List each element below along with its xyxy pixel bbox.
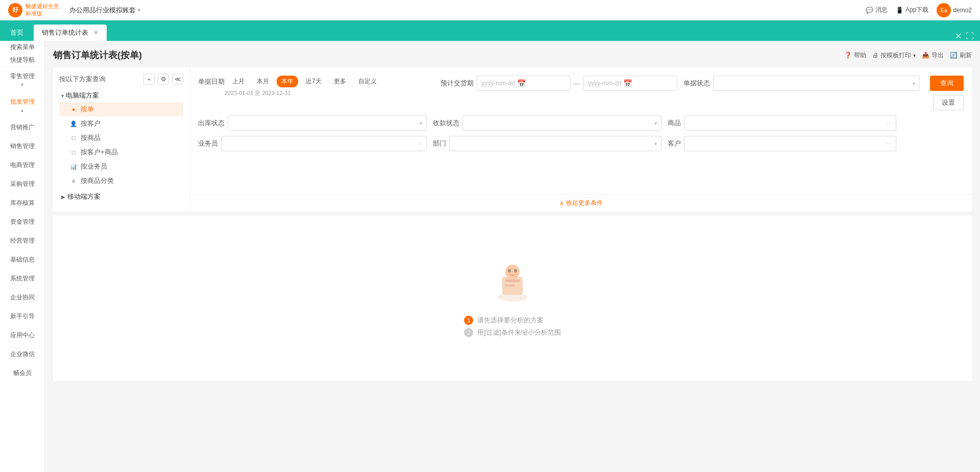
sidebar-item-newuser[interactable]: 新手引导 <box>0 307 44 326</box>
date-this-month-btn[interactable]: 本月 <box>252 76 274 87</box>
help-btn[interactable]: ❓ 帮助 <box>844 51 866 60</box>
sidebar-item-retail[interactable]: 零售管理 ▾ <box>0 67 44 92</box>
date-custom-btn[interactable]: 自定义 <box>354 76 381 87</box>
date-last-month-btn[interactable]: 上月 <box>228 76 249 87</box>
collapse-arrow-icon: ∧ <box>559 200 564 207</box>
svg-rect-2 <box>505 279 520 282</box>
tab-close-icon[interactable]: ✕ <box>93 29 99 36</box>
message-btn[interactable]: 💬 帮助 消息 <box>866 6 888 14</box>
svg-point-4 <box>505 265 520 279</box>
settings-scheme-btn[interactable]: ⚙ <box>158 74 169 85</box>
date-this-year-btn[interactable]: 本年 <box>277 76 298 87</box>
scheme-sidebar: 按以下方案查询 ＋ ⚙ ≪ ▾ 电脑端方案 <box>53 67 190 211</box>
user-area[interactable]: Ea demo2 <box>937 3 972 17</box>
product-dots: ··· <box>887 120 892 127</box>
wholesale-arrow-icon: ▴ <box>21 107 23 113</box>
content-area: 销售订单统计表(按单) ❓ 帮助 🖨 按模板打印 ▾ 📤 导出 <box>45 41 980 472</box>
date-more-btn[interactable]: 更多 <box>329 76 351 87</box>
sidebar-item-wechat[interactable]: 企业微信 <box>0 345 44 364</box>
sidebar-item-operations[interactable]: 经营管理 <box>0 231 44 250</box>
sidebar-item-enterprise[interactable]: 企业协同 <box>0 288 44 307</box>
sidebar-item-marketing[interactable]: 营销推广 <box>0 118 44 137</box>
scheme-item-by-customer[interactable]: 👤 按客户 <box>59 116 183 131</box>
tab-minimize-btn[interactable]: ✕ <box>955 31 962 41</box>
mobile-scheme-group: ▶ 移动端方案 <box>59 190 183 203</box>
delivery-status-arrow-icon: ▾ <box>420 121 422 126</box>
sidebar-item-purchase[interactable]: 采购管理 <box>0 175 44 194</box>
app-download-btn[interactable]: 📱 App下载 <box>896 6 928 14</box>
svg-point-6 <box>514 269 517 273</box>
template-print-label: 按模板打印 <box>880 51 911 60</box>
sidebar-item-member[interactable]: 畅会员 <box>0 364 44 383</box>
empty-illustration <box>487 256 538 308</box>
app-title-arrow[interactable]: ▾ <box>138 7 140 13</box>
hint-item-1: 1 请先选择要分析的方案 <box>464 316 560 325</box>
message-icon: 💬 <box>866 7 873 14</box>
scheme-item-by-category[interactable]: ≡ 按商品分类 <box>59 174 183 188</box>
message-label: 消息 <box>875 6 888 14</box>
by-category-label: 按商品分类 <box>81 176 114 185</box>
scheme-item-by-product[interactable]: □ 按商品 <box>59 131 183 145</box>
template-print-btn[interactable]: 🖨 按模板打印 ▾ <box>872 51 916 60</box>
delivery-date-start-input[interactable]: yyyy-mm-dd 📅 <box>477 76 571 91</box>
calendar-start-icon[interactable]: 📅 <box>517 79 526 87</box>
collapse-row[interactable]: ∧ 收起更多条件 <box>190 194 972 211</box>
empty-state: 1 请先选择要分析的方案 2 用[过滤]条件来缩小分析范围 <box>53 216 972 381</box>
by-product-icon: □ <box>69 134 78 142</box>
tab-home[interactable]: 首页 <box>2 25 32 41</box>
salesperson-label: 业务员 <box>198 139 218 148</box>
pc-group-label: 电脑端方案 <box>66 91 99 100</box>
pc-group-arrow: ▾ <box>61 93 64 99</box>
tab-maximize-btn[interactable]: ⛶ <box>966 32 974 41</box>
hint-num-1: 1 <box>464 316 473 325</box>
department-select[interactable]: ▾ <box>449 136 662 151</box>
settings-btn[interactable]: 设置 <box>933 95 964 110</box>
export-btn[interactable]: 📤 导出 <box>922 51 944 60</box>
mobile-group-header[interactable]: ▶ 移动端方案 <box>59 190 183 203</box>
sidebar-item-inventory[interactable]: 库存核算 <box>0 194 44 213</box>
tab-home-label: 首页 <box>10 28 23 37</box>
delivery-date-label: 预计交货期 <box>440 79 474 88</box>
app-download-icon: 📱 <box>896 7 903 14</box>
calendar-end-icon[interactable]: 📅 <box>623 79 632 87</box>
by-salesperson-icon: 📊 <box>69 162 78 171</box>
sidebar-quick-nav[interactable]: 快捷导航 <box>0 54 44 67</box>
sidebar-item-basic[interactable]: 基础信息 <box>0 250 44 269</box>
sidebar-item-sales[interactable]: 销售管理 <box>0 137 44 156</box>
payment-status-group: 收款状态 ▾ <box>433 115 662 131</box>
scheme-item-by-cust-prod[interactable]: □ 按客户+商品 <box>59 145 183 159</box>
avatar: Ea <box>937 3 951 17</box>
retail-arrow-icon: ▾ <box>21 82 23 87</box>
sidebar-item-finance[interactable]: 资金管理 <box>0 213 44 231</box>
date-label-row: 单据日期 上月 本月 本年 近7天 更多 自定义 <box>198 76 434 87</box>
refresh-btn[interactable]: 🔄 刷新 <box>950 51 972 60</box>
top-bar-right: 💬 帮助 消息 📱 App下载 Ea demo2 <box>866 3 972 17</box>
tab-sales-stat[interactable]: 销售订单统计表 ✕ <box>34 25 107 41</box>
date-last-7days-btn[interactable]: 近7天 <box>301 76 326 87</box>
sidebar-item-system[interactable]: 系统管理 <box>0 269 44 288</box>
collapse-scheme-btn[interactable]: ≪ <box>172 74 183 85</box>
customer-input[interactable]: ··· <box>684 136 896 151</box>
product-input[interactable]: ··· <box>684 115 896 131</box>
tab-sales-stat-label: 销售订单统计表 <box>42 28 88 37</box>
app-title-area[interactable]: 办公用品行业模拟账套 ▾ <box>69 6 140 15</box>
main-layout: 搜索菜单 快捷导航 零售管理 ▾ 批发管理 ▴ 营销推广 销售管理 电商管理 采… <box>0 41 980 472</box>
query-btn[interactable]: 查询 <box>930 76 964 91</box>
page-header: 销售订单统计表(按单) ❓ 帮助 🖨 按模板打印 ▾ 📤 导出 <box>53 49 972 61</box>
scheme-item-by-order[interactable]: ● 按单 <box>59 102 183 116</box>
filter-row-2: 出库状态 ▾ 收款状态 ▾ <box>198 115 964 131</box>
order-status-select[interactable]: ▾ <box>713 76 920 91</box>
sidebar-search[interactable]: 搜索菜单 <box>0 41 44 54</box>
sidebar-item-wholesale[interactable]: 批发管理 ▴ <box>0 92 44 118</box>
delivery-status-select[interactable]: ▾ <box>228 115 427 131</box>
scheme-item-by-salesperson[interactable]: 📊 按业务员 <box>59 159 183 174</box>
sidebar-item-appcenter[interactable]: 应用中心 <box>0 326 44 345</box>
delivery-date-end-input[interactable]: yyyy-mm-dd 📅 <box>583 76 677 91</box>
add-scheme-btn[interactable]: ＋ <box>143 74 155 85</box>
pc-group-header[interactable]: ▾ 电脑端方案 <box>59 89 183 102</box>
delivery-status-label: 出库状态 <box>198 119 225 128</box>
payment-status-select[interactable]: ▾ <box>462 115 662 131</box>
sidebar-item-ecommerce[interactable]: 电商管理 <box>0 156 44 175</box>
salesperson-input[interactable]: ··· <box>221 136 427 151</box>
page-title: 销售订单统计表(按单) <box>53 49 142 61</box>
